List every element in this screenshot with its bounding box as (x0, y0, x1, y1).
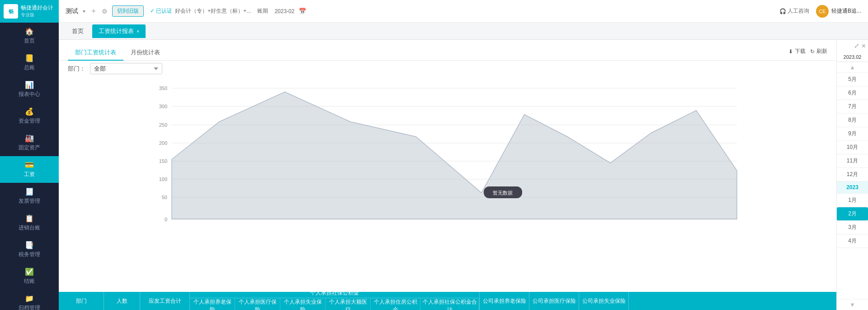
refresh-icon: ↻ (810, 48, 815, 55)
sidebar-label-reports: 报表中心 (19, 91, 40, 98)
date-11[interactable]: 11月 (837, 154, 868, 168)
svg-text:暂无数据: 暂无数据 (493, 190, 513, 196)
close-icon[interactable]: × (862, 42, 866, 50)
sidebar-label-tax: 税务管理 (19, 251, 40, 258)
assets-icon: 🏭 (25, 134, 34, 143)
svg-text:50: 50 (162, 195, 167, 200)
col-dept: 部门 (59, 292, 104, 310)
sub-medical: 个人承担医疗保险 (235, 298, 280, 310)
personal-group-subs: 个人承担养老保险 个人承担医疗保险 个人承担失业保险 个人承担大额医疗 个人承担… (190, 298, 479, 310)
date-6[interactable]: 6月 (837, 86, 868, 100)
sub-total: 个人承担社保公积金合计 (420, 298, 479, 310)
main-content: 测试 ▾ ＋ ⚙ 切到旧版 ✓ 已认证 好会计（专）+好生意（标）+... 账期… (59, 0, 868, 310)
sidebar-item-home[interactable]: 🏠 首页 (0, 23, 59, 49)
tab-close-icon[interactable]: × (137, 29, 139, 34)
calendar-icon[interactable]: 📅 (299, 8, 306, 14)
sidebar: 畅 畅捷通好会计 专业版 🏠 首页 📒 总账 📊 报表中心 💰 资金管理 🏭 固… (0, 0, 59, 310)
sidebar-label-invoice: 发票管理 (19, 197, 40, 205)
date-9[interactable]: 9月 (837, 127, 868, 141)
department-select[interactable]: 全部 (90, 63, 162, 74)
svg-text:250: 250 (159, 122, 167, 128)
help-button[interactable]: 🎧 人工咨询 (779, 7, 809, 15)
add-button[interactable]: ＋ (90, 6, 97, 16)
tags-badge: 好会计（专）+好生意（标）+... (175, 7, 251, 15)
sidebar-item-funds[interactable]: 💰 资金管理 (0, 103, 59, 129)
sidebar-label-salary: 工资 (24, 171, 35, 178)
col-company-medical: 公司承担医疗保险 (529, 292, 579, 310)
svg-text:0: 0 (165, 217, 167, 222)
date-panel-controls: ⤢ × (852, 40, 868, 50)
invoice-icon: 🧾 (25, 187, 34, 196)
sidebar-logo[interactable]: 畅 畅捷通好会计 专业版 (0, 0, 59, 23)
logo-icon: 畅 (4, 4, 18, 19)
period-value: 2023-02 (274, 8, 294, 14)
tab-salary-report[interactable]: 工资统计报表 × (92, 24, 146, 38)
sub-housing: 个人承担住房公积金 (371, 298, 420, 310)
sidebar-item-sales[interactable]: 📋 进销台账 (0, 210, 59, 236)
sub-tab-dept[interactable]: 部门工资统计表 (68, 45, 123, 61)
col-total-salary: 应发工资合计 (140, 292, 190, 310)
sub-tabs: 部门工资统计表 月份统计表 ⬇ 下载 ↻ 刷新 (59, 40, 836, 61)
headset-icon: 🎧 (779, 8, 786, 14)
svg-marker-16 (172, 92, 737, 219)
expand-icon[interactable]: ⤢ (854, 42, 859, 50)
col-company-unemployment: 公司承担失业保险 (579, 292, 629, 310)
sidebar-item-checkout[interactable]: ✅ 结账 (0, 263, 59, 290)
date-panel: ⤢ × 2023.02 ▲ 5月 6月 7月 8月 9月 10月 11月 12月… (836, 40, 868, 310)
filter-bar: 部门： 全部 (59, 61, 836, 79)
chart-svg: 350 300 250 200 150 100 50 0 (68, 83, 827, 228)
date-8[interactable]: 8月 (837, 114, 868, 127)
download-button[interactable]: ⬇ 下载 (788, 48, 806, 55)
funds-icon: 💰 (25, 107, 34, 116)
table-footer: 部门 人数 应发工资合计 个人承担社保公积金 个人承担养老保险 个人承担医疗保险… (59, 292, 836, 310)
date-5[interactable]: 5月 (837, 73, 868, 86)
tabbar: 首页 工资统计报表 × (59, 23, 868, 40)
sidebar-label-sales: 进销台账 (19, 224, 40, 232)
chart-area: 350 300 250 200 150 100 50 0 (59, 79, 836, 292)
gear-icon[interactable]: ⚙ (102, 8, 108, 15)
avatar: CE (816, 5, 829, 18)
svg-text:100: 100 (159, 176, 167, 182)
date-12[interactable]: 12月 (837, 168, 868, 181)
col-count: 人数 (104, 292, 140, 310)
sidebar-item-tax[interactable]: 📑 税务管理 (0, 236, 59, 263)
filter-label: 部门： (68, 65, 85, 73)
sales-icon: 📋 (25, 214, 34, 223)
sub-critical: 个人承担大额医疗 (326, 298, 371, 310)
date-2023-1[interactable]: 1月 (837, 194, 868, 207)
date-2023-4[interactable]: 4月 (837, 234, 868, 248)
sidebar-item-reports[interactable]: 📊 报表中心 (0, 76, 59, 103)
left-panel: 部门工资统计表 月份统计表 ⬇ 下载 ↻ 刷新 部门： 全部 (59, 40, 836, 310)
username: 轻捷通B追... (831, 7, 861, 15)
svg-text:150: 150 (159, 158, 167, 164)
date-list: 5月 6月 7月 8月 9月 10月 11月 12月 2023 1月 2月 3月… (837, 73, 868, 299)
date-nav-down[interactable]: ▼ (837, 299, 868, 310)
sidebar-item-ledger[interactable]: 📒 总账 (0, 49, 59, 76)
user-menu[interactable]: CE 轻捷通B追... (816, 5, 861, 18)
sidebar-item-assets[interactable]: 🏭 固定资产 (0, 129, 59, 156)
svg-text:300: 300 (159, 104, 167, 109)
switch-old-version-button[interactable]: 切到旧版 (112, 5, 144, 17)
col-company-pension: 公司承担养老保险 (480, 292, 529, 310)
tab-active-label: 工资统计报表 (99, 27, 134, 35)
sidebar-item-archive[interactable]: 📁 归档管理 (0, 290, 59, 310)
sidebar-label-home: 首页 (24, 37, 35, 45)
date-2023-3[interactable]: 3月 (837, 221, 868, 234)
sidebar-item-salary[interactable]: 💳 工资 (0, 156, 59, 183)
archive-icon: 📁 (25, 294, 34, 303)
tab-home[interactable]: 首页 (66, 24, 90, 38)
checkout-icon: ✅ (25, 267, 34, 276)
dropdown-arrow-icon[interactable]: ▾ (83, 8, 85, 14)
date-7[interactable]: 7月 (837, 100, 868, 114)
tax-icon: 📑 (25, 241, 34, 249)
date-nav-up[interactable]: ▲ (837, 62, 868, 73)
svg-text:200: 200 (159, 140, 167, 146)
sub-tab-month[interactable]: 月份统计表 (123, 45, 167, 61)
date-10[interactable]: 10月 (837, 141, 868, 154)
sidebar-item-invoice[interactable]: 🧾 发票管理 (0, 183, 59, 210)
topbar-right: 🎧 人工咨询 CE 轻捷通B追... (779, 5, 861, 18)
date-2023-2[interactable]: 2月 (837, 207, 868, 221)
ledger-icon: 📒 (25, 54, 34, 62)
refresh-button[interactable]: ↻ 刷新 (810, 48, 827, 55)
reports-icon: 📊 (25, 81, 34, 89)
